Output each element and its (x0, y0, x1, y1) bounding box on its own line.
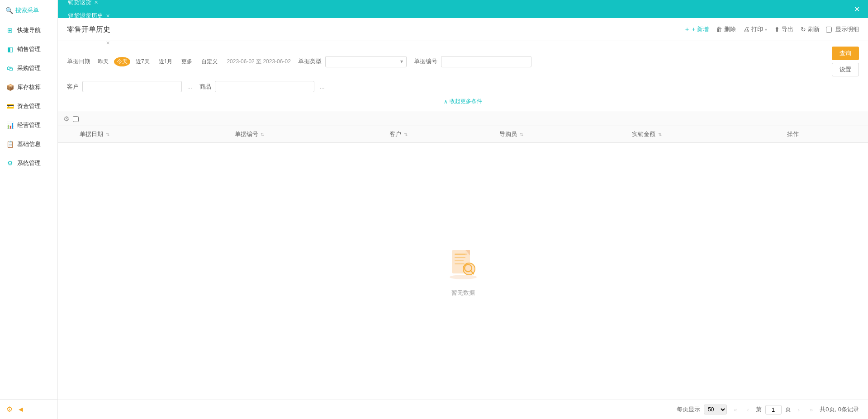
settings-button[interactable]: 设置 (832, 63, 859, 76)
data-table: 单据日期 ⇅单据编号 ⇅客户 ⇅导购员 ⇅实销金额 ⇅操作 (58, 126, 868, 143)
date-shortcut-yesterday[interactable]: 昨天 (94, 57, 112, 66)
customer-dots[interactable]: ... (187, 83, 192, 90)
table-settings-icon[interactable]: ⚙ (63, 115, 69, 123)
sales-mgmt-icon: ◧ (6, 46, 14, 53)
sidebar-item-label: 快捷导航 (17, 26, 41, 34)
svg-point-0 (450, 275, 477, 279)
sidebar-item-quick-nav[interactable]: ⊞ 快捷导航 (0, 21, 57, 40)
prev-page-btn[interactable]: ‹ (744, 405, 752, 414)
sidebar-item-label: 系统管理 (17, 159, 41, 167)
collapse-row[interactable]: ∧ 收起更多条件 (67, 97, 859, 108)
tab-close-btn[interactable]: ✕ (106, 13, 110, 19)
customer-input[interactable] (82, 81, 182, 92)
display-toggle[interactable]: 显示明细 (826, 25, 859, 33)
table-toolbar: ⚙ (58, 112, 868, 126)
customer-label: 客户 (67, 83, 79, 91)
display-toggle-checkbox[interactable] (826, 27, 832, 33)
sidebar-item-purchase-mgmt[interactable]: 🛍 采购管理 (0, 59, 57, 78)
sidebar-item-base-info[interactable]: 📋 基础信息 (0, 135, 57, 154)
sidebar-bottom: ⚙ ◄ (0, 399, 57, 419)
finance-icon: 💳 (6, 103, 14, 110)
doc-no-label: 单据编号 (414, 57, 437, 66)
date-shortcut-custom[interactable]: 自定义 (198, 57, 221, 66)
print-button[interactable]: 🖨 打印 ▾ (742, 24, 768, 35)
inventory-icon: 📦 (6, 84, 14, 91)
refresh-button[interactable]: ↻ 刷新 (800, 24, 821, 35)
delete-button[interactable]: 🗑 删除 (715, 24, 737, 35)
select-all-checkbox[interactable] (73, 116, 79, 122)
table-header: 单据日期 ⇅单据编号 ⇅客户 ⇅导购员 ⇅实销金额 ⇅操作 (58, 126, 868, 143)
tab-close-btn[interactable]: ✕ (94, 0, 98, 5)
toolbar: ＋ + 新增 🗑 删除 🖨 打印 ▾ ⬆ 导出 ↻ (683, 24, 859, 35)
sidebar-item-label: 销售管理 (17, 45, 41, 53)
date-filter-group: 单据日期 昨天今天近7天近1月更多自定义 2023-06-02 至 2023-0… (67, 57, 291, 66)
empty-icon (443, 245, 484, 282)
page-size-select[interactable]: 50 10 20 100 (704, 405, 727, 414)
svg-rect-4 (455, 260, 464, 261)
delete-icon: 🗑 (716, 26, 722, 33)
sort-icon: ⇅ (520, 132, 523, 137)
goods-dots[interactable]: ... (320, 83, 325, 90)
tab-close-btn[interactable]: ✕ (106, 40, 110, 46)
tab-sales-return[interactable]: 销货退货✕ (62, 0, 116, 9)
current-page-input[interactable] (765, 405, 782, 414)
last-page-btn[interactable]: » (806, 405, 816, 414)
print-label: 打印 (751, 25, 763, 33)
sys-mgmt-icon: ⚙ (6, 160, 14, 167)
quick-nav-icon: ⊞ (6, 27, 14, 34)
add-icon: ＋ (684, 25, 690, 33)
pagination: 每页显示 50 10 20 100 « ‹ 第 页 › » 共0页, 0条记录 (58, 400, 868, 419)
empty-text: 暂无数据 (451, 289, 475, 297)
sort-icon: ⇅ (658, 132, 662, 137)
goods-input[interactable] (215, 81, 314, 92)
page-header: 零售开单历史 ＋ + 新增 🗑 删除 🖨 打印 ▾ ⬆ 导出 (58, 18, 868, 41)
doc-type-select-wrap (325, 56, 407, 67)
sidebar-search[interactable]: 🔍 搜索采单 (0, 0, 57, 21)
total-text: 共0页, 0条记录 (820, 405, 859, 414)
date-shortcut-last1month[interactable]: 近1月 (155, 57, 176, 66)
sidebar-settings-icon[interactable]: ⚙ (6, 405, 13, 414)
sidebar-item-sys-mgmt[interactable]: ⚙ 系统管理 (0, 154, 57, 173)
table-col-date[interactable]: 单据日期 ⇅ (74, 126, 229, 143)
date-shortcut-last7days[interactable]: 近7天 (132, 57, 153, 66)
table-col-salesperson[interactable]: 导购员 ⇅ (494, 126, 626, 143)
delete-label: 删除 (724, 25, 736, 33)
next-page-btn[interactable]: › (795, 405, 803, 414)
display-toggle-label: 显示明细 (835, 25, 859, 33)
main-area: 首页销售订单✕销货退货✕销货退货历史✕零售开单✕零售开单历史✕ ✕ 零售开单历史… (58, 0, 868, 419)
table-col-customer[interactable]: 客户 ⇅ (384, 126, 494, 143)
doc-no-input[interactable] (441, 56, 531, 67)
tab-label: 销货退货 (68, 0, 91, 6)
filter-row-1: 单据日期 昨天今天近7天近1月更多自定义 2023-06-02 至 2023-0… (67, 47, 859, 76)
collapse-label: 收起更多条件 (450, 98, 482, 105)
table-col-no[interactable]: 单据编号 ⇅ (229, 126, 384, 143)
sidebar-item-sales-mgmt[interactable]: ◧ 销售管理 (0, 40, 57, 59)
sidebar-item-inventory[interactable]: 📦 库存核算 (0, 78, 57, 97)
base-info-icon: 📋 (6, 141, 14, 148)
collapse-icon: ∧ (444, 99, 448, 105)
sidebar-collapse-icon[interactable]: ◄ (17, 405, 24, 414)
sidebar-item-operations[interactable]: 📊 经营管理 (0, 116, 57, 135)
table-col-amount[interactable]: 实销金额 ⇅ (626, 126, 782, 143)
first-page-btn[interactable]: « (730, 405, 740, 414)
date-shortcut-today[interactable]: 今天 (114, 57, 130, 66)
content-area: 零售开单历史 ＋ + 新增 🗑 删除 🖨 打印 ▾ ⬆ 导出 (58, 18, 868, 419)
sort-icon: ⇅ (106, 132, 109, 137)
add-button[interactable]: ＋ + 新增 (683, 24, 710, 35)
filter-row-2: 客户 ... 商品 ... (67, 81, 859, 92)
filter-action-btns: 查询 设置 (832, 47, 859, 76)
sidebar-item-finance[interactable]: 💳 资金管理 (0, 97, 57, 116)
export-button[interactable]: ⬆ 导出 (773, 24, 794, 35)
window-close-button[interactable]: ✕ (849, 5, 864, 14)
query-button[interactable]: 查询 (832, 47, 859, 60)
table-area: ⚙ 单据日期 ⇅单据编号 ⇅客户 ⇅导购员 ⇅实销金额 ⇅操作 (58, 112, 868, 400)
doc-no-filter-group: 单据编号 (414, 56, 531, 67)
purchase-mgmt-icon: 🛍 (6, 65, 14, 72)
print-arrow: ▾ (765, 27, 767, 32)
empty-svg (443, 245, 484, 282)
tab-close-btn[interactable]: ✕ (94, 27, 98, 33)
doc-type-select[interactable] (325, 56, 407, 67)
sidebar-item-label: 采购管理 (17, 64, 41, 72)
table-col-action: 操作 (782, 126, 868, 143)
date-shortcut-more[interactable]: 更多 (178, 57, 196, 66)
